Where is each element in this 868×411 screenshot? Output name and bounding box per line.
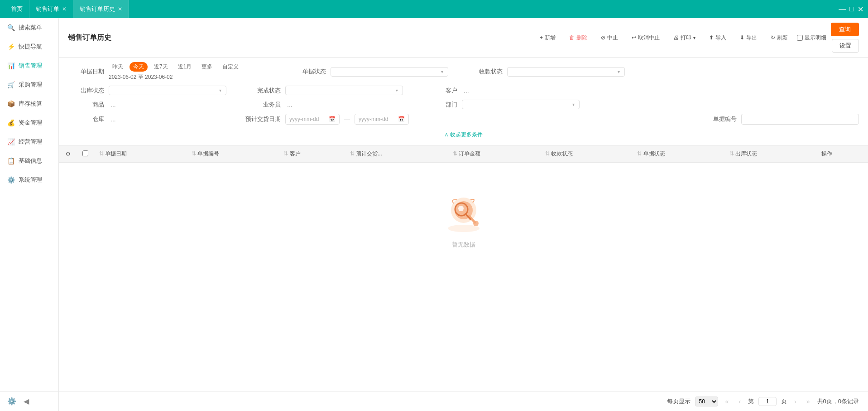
set-button[interactable]: 设置 xyxy=(832,39,859,53)
col-receipt-status[interactable]: ⇅ 收款状态 xyxy=(540,145,632,163)
last-page-button[interactable]: » xyxy=(804,397,813,406)
goods-dots[interactable]: ... xyxy=(109,101,118,108)
display-toggle-checkbox[interactable] xyxy=(797,35,803,41)
date-tab-more[interactable]: 更多 xyxy=(198,62,216,72)
sidebar-item-system[interactable]: ⚙️ 系统管理 xyxy=(0,170,58,189)
outbound-status-label: 出库状态 xyxy=(68,87,109,95)
export-button[interactable]: ⬇ 导出 xyxy=(735,32,762,44)
column-settings-icon[interactable]: ⚙ xyxy=(66,151,71,157)
completion-status-select[interactable]: ▾ xyxy=(285,86,403,95)
doc-status-label: 单据状态 xyxy=(290,68,331,76)
top-bar: 首页 销售订单 ✕ 销售订单历史 ✕ — □ ✕ xyxy=(0,0,868,18)
empty-row: 暂无数据 xyxy=(59,163,868,276)
new-button[interactable]: + 新增 xyxy=(535,32,560,44)
calendar-start-icon[interactable]: 📅 xyxy=(329,116,336,122)
sort-icon-customer: ⇅ xyxy=(283,150,288,157)
actions-group: 查询 设置 xyxy=(831,23,859,53)
delivery-date-start[interactable]: yyyy-mm-dd 📅 xyxy=(285,114,340,125)
svg-point-3 xyxy=(458,206,464,211)
print-button[interactable]: 🖨 打印 ▾ xyxy=(669,32,700,44)
warehouse-wrap: ... xyxy=(109,116,226,123)
date-filter: 昨天 今天 近7天 近1月 更多 自定义 2023-06-02 至 2023-0… xyxy=(109,62,242,81)
col-customer[interactable]: ⇅ 客户 xyxy=(278,145,344,163)
col-order-amount[interactable]: ⇅ 订单金额 xyxy=(447,145,540,163)
salesperson-dots[interactable]: ... xyxy=(285,101,294,108)
finance-icon: 💰 xyxy=(7,119,15,126)
date-tab-yesterday[interactable]: 昨天 xyxy=(109,62,127,72)
doc-no-input[interactable] xyxy=(741,114,859,125)
sidebar-footer: ⚙️ ◀ xyxy=(0,391,58,411)
col-checkbox[interactable] xyxy=(77,145,94,163)
first-page-button[interactable]: « xyxy=(723,397,732,406)
sidebar-item-search[interactable]: 🔍 搜索菜单 xyxy=(0,18,58,37)
tab-home[interactable]: 首页 xyxy=(5,0,29,18)
stop-button[interactable]: ⊘ 中止 xyxy=(596,32,623,44)
department-select[interactable]: ▾ xyxy=(462,100,580,109)
settings-footer-icon[interactable]: ⚙️ xyxy=(7,397,16,406)
col-settings[interactable]: ⚙ xyxy=(59,145,77,163)
tab-close-sales-order[interactable]: ✕ xyxy=(62,6,67,12)
inventory-icon: 📦 xyxy=(7,100,15,107)
next-page-button[interactable]: › xyxy=(791,397,799,406)
sidebar-item-sales[interactable]: 📊 销售管理 xyxy=(0,56,58,75)
search-menu-icon: 🔍 xyxy=(7,24,15,31)
new-icon: + xyxy=(540,34,543,41)
doc-no-wrap xyxy=(741,114,859,125)
delivery-date-end[interactable]: yyyy-mm-dd 📅 xyxy=(355,114,409,125)
page-number-input[interactable] xyxy=(758,397,777,406)
sidebar: 🔍 搜索菜单 ⚡ 快捷导航 📊 销售管理 🛒 采购管理 📦 库存核算 💰 资金管… xyxy=(0,18,59,411)
col-doc-status[interactable]: ⇅ 单据状态 xyxy=(632,145,724,163)
close-icon[interactable]: ✕ xyxy=(858,5,863,14)
page-unit: 页 xyxy=(781,397,787,406)
receipt-status-select[interactable]: ▾ xyxy=(507,67,625,77)
col-outbound-status[interactable]: ⇅ 出库状态 xyxy=(724,145,816,163)
date-tab-custom[interactable]: 自定义 xyxy=(219,62,242,72)
collapse-row[interactable]: ∧ 收起更多条件 xyxy=(68,129,859,140)
sidebar-item-finance[interactable]: 💰 资金管理 xyxy=(0,113,58,132)
tab-close-history[interactable]: ✕ xyxy=(118,6,122,12)
sidebar-item-quick-nav[interactable]: ⚡ 快捷导航 xyxy=(0,37,58,56)
calendar-end-icon[interactable]: 📅 xyxy=(398,116,405,122)
customer-dots[interactable]: ... xyxy=(462,87,471,94)
minimize-icon[interactable]: — xyxy=(839,5,846,13)
cancel-stop-icon: ↩ xyxy=(632,34,636,41)
sort-icon-outbound: ⇅ xyxy=(729,150,734,157)
sort-icon-receipt: ⇅ xyxy=(545,150,550,157)
prev-page-button[interactable]: ‹ xyxy=(736,397,743,406)
refresh-button[interactable]: ↻ 刷新 xyxy=(766,32,792,44)
receipt-status-label: 收款状态 xyxy=(466,68,507,76)
sidebar-item-inventory[interactable]: 📦 库存核算 xyxy=(0,94,58,113)
collapse-sidebar-icon[interactable]: ◀ xyxy=(24,397,29,406)
outbound-status-select[interactable]: ▾ xyxy=(109,86,226,95)
import-button[interactable]: ⬆ 导入 xyxy=(705,32,731,44)
query-button[interactable]: 查询 xyxy=(831,23,859,36)
sidebar-item-basic[interactable]: 📋 基础信息 xyxy=(0,151,58,170)
sort-icon-doc-no: ⇅ xyxy=(192,150,196,157)
warehouse-dots[interactable]: ... xyxy=(109,116,118,123)
delete-button[interactable]: 🗑 删除 xyxy=(565,32,592,44)
receipt-status-select-wrap: ▾ xyxy=(507,67,625,77)
page-label: 第 xyxy=(748,397,754,406)
col-delivery-date[interactable]: ⇅ 预计交货... xyxy=(345,145,448,163)
cancel-stop-button[interactable]: ↩ 取消中止 xyxy=(627,32,664,44)
doc-status-select[interactable]: ▾ xyxy=(331,67,448,77)
date-tab-last7[interactable]: 近7天 xyxy=(150,62,172,72)
expand-icon[interactable]: □ xyxy=(849,5,854,13)
sidebar-item-purchase[interactable]: 🛒 采购管理 xyxy=(0,75,58,94)
display-toggle[interactable]: 显示明细 xyxy=(797,34,826,42)
page-size-select[interactable]: 10 20 50 100 xyxy=(695,396,718,406)
tab-sales-order[interactable]: 销售订单 ✕ xyxy=(29,0,73,18)
goods-wrap: ... xyxy=(109,101,226,108)
delivery-date-wrap: yyyy-mm-dd 📅 — yyyy-mm-dd 📅 xyxy=(285,114,682,125)
filter-row-3: 商品 ... 业务员 ... 部门 ▾ xyxy=(68,100,859,109)
col-doc-no[interactable]: ⇅ 单据编号 xyxy=(186,145,278,163)
outbound-status-select-wrap: ▾ xyxy=(109,86,226,95)
receipt-status-arrow-icon: ▾ xyxy=(618,69,620,74)
date-tab-today[interactable]: 今天 xyxy=(129,62,148,72)
date-tab-last1m[interactable]: 近1月 xyxy=(174,62,196,72)
select-all-checkbox[interactable] xyxy=(82,150,88,156)
col-doc-date[interactable]: ⇅ 单据日期 xyxy=(94,145,186,163)
sidebar-item-operation[interactable]: 📈 经营管理 xyxy=(0,132,58,151)
doc-status-select-wrap: ▾ xyxy=(331,67,448,77)
tab-sales-order-history[interactable]: 销售订单历史 ✕ xyxy=(73,0,129,18)
